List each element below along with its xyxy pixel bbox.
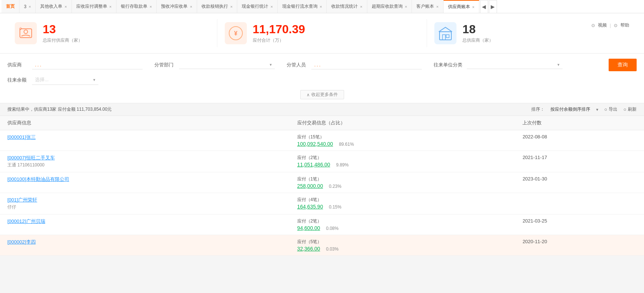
tab-prepay[interactable]: 预收冲应收单 × (157, 0, 197, 13)
export-icon: ○ (604, 107, 607, 112)
tx-amount-4[interactable]: 94,600.00 (297, 225, 320, 231)
tab-bank[interactable]: 银行存取款单 × (116, 0, 157, 13)
summary-card-amount: ¥ 11,170.39 应付合计（万） (217, 19, 427, 47)
svg-text:¥: ¥ (234, 30, 237, 37)
dept-select[interactable]: ▾ (179, 61, 275, 69)
sort-value[interactable]: 按应付余额倒序排序 (550, 106, 590, 113)
table-row: [000012]广州贝瑞应付（2笔）94,600.000.08%2021-03-… (0, 214, 644, 235)
person-filter-label: 分管人员 (287, 62, 307, 68)
tx-amount-5[interactable]: 32,366.00 (297, 246, 320, 252)
balance-select[interactable]: 选择... ▾ (32, 75, 98, 85)
top-right-links: ⊙ 视频 | ⊙ 帮助 (591, 22, 629, 28)
person-dots: ... (314, 62, 322, 68)
tab-bar: 首页 3 × 其他收入单 × 应收应付调整单 × 银行存取款单 × 预收冲应收单… (0, 0, 644, 13)
refresh-button[interactable]: ○ 刷新 (623, 106, 637, 113)
balance-filter-label: 往来余额 (7, 77, 28, 83)
video-icon: ⊙ (591, 23, 595, 28)
category-select[interactable]: ▾ (467, 61, 563, 69)
tab-suppbook-close[interactable]: × (472, 5, 475, 9)
summary-bar: ◇ 13 总应付供应商（家） ¥ 11,170.39 应付合计（万） (0, 13, 644, 54)
collapse-label: 收起更多条件 (311, 92, 338, 98)
amount-icon: ¥ (225, 22, 247, 44)
supplier-link-0[interactable]: [000001]张三 (7, 134, 36, 140)
last-pay-1: 2021-11-17 (515, 151, 644, 172)
col-header-lastpay: 上次付数 (515, 116, 644, 130)
tab-cashflow-close[interactable]: × (320, 4, 322, 9)
tab-cashstat[interactable]: 现金银行统计 × (237, 0, 277, 13)
supplier-input[interactable]: ... (32, 61, 143, 69)
tab-home[interactable]: 首页 (1, 0, 20, 13)
tx-amount-3[interactable]: 164,635.90 (297, 204, 323, 210)
tab-verify-close[interactable]: × (230, 4, 232, 9)
export-button[interactable]: ○ 导出 (604, 106, 617, 113)
last-pay-2: 2023-01-30 (515, 172, 644, 193)
summary-text-supplier-payable: 13 总应付供应商（家） (43, 23, 83, 44)
tab-cashstat-close[interactable]: × (270, 4, 273, 9)
tab-custbook[interactable]: 客户账本 × (412, 0, 443, 13)
tab-adjust[interactable]: 应收应付调整单 × (72, 0, 116, 13)
tab-custbook-label: 客户账本 (416, 3, 434, 10)
tab-custbook-close[interactable]: × (436, 4, 438, 9)
table-row: [000100]本特勤油品有限公司应付（1笔）258,000.000.23%20… (0, 172, 644, 193)
supplier-filter-label: 供应商 (7, 62, 28, 68)
person-input[interactable]: ... (311, 61, 422, 69)
summary-card-supplier-payable: ◇ 13 总应付供应商（家） (7, 19, 217, 47)
supplier-link-1[interactable]: [000007]恒旺二手叉车 (7, 155, 55, 161)
tab-income-label: 其他收入单 (40, 3, 62, 10)
refresh-label: 刷新 (628, 106, 637, 113)
supplier-link-3[interactable]: [001]广州荣轩 (7, 197, 37, 203)
last-pay-3 (515, 193, 644, 214)
dept-dropdown-arrow: ▾ (270, 62, 272, 67)
amount-number: 11,170.39 (253, 23, 305, 36)
last-pay-4: 2021-03-25 (515, 214, 644, 235)
tx-amount-2[interactable]: 258,000.00 (297, 183, 323, 189)
svg-rect-7 (446, 35, 449, 38)
dept-filter-label: 分管部门 (154, 62, 175, 68)
video-link[interactable]: 视频 (598, 22, 607, 28)
tab-overdue[interactable]: 超期应收款查询 × (367, 0, 412, 13)
tx-amount-0[interactable]: 100,092,540.00 (297, 141, 333, 147)
filter-row-2: 往来余额 选择... ▾ (7, 75, 637, 85)
tab-3-close[interactable]: × (29, 4, 31, 9)
tab-recstat-close[interactable]: × (360, 4, 362, 9)
query-button[interactable]: 查询 (609, 59, 637, 71)
tab-bank-close[interactable]: × (150, 4, 152, 9)
tx-percent-3: 0.15% (329, 204, 342, 210)
svg-rect-6 (442, 35, 445, 40)
tx-label-4: 应付（2笔） (297, 218, 508, 224)
svg-text:◇: ◇ (19, 26, 22, 30)
tab-income[interactable]: 其他收入单 × (36, 0, 71, 13)
supplier-link-5[interactable]: [000002]李四 (7, 239, 36, 245)
supplier-link-2[interactable]: [000100]本特勤油品有限公司 (7, 176, 69, 182)
total-supplier-number: 18 (462, 23, 493, 36)
amount-label: 应付合计（万） (253, 37, 305, 44)
data-table: 供应商信息 应付交易信息（占比） 上次付数 [000001]张三应付（15笔）1… (0, 116, 644, 256)
tab-bank-label: 银行存取款单 (121, 3, 147, 10)
supplier-dots: ... (35, 62, 42, 68)
refresh-icon: ○ (623, 107, 626, 112)
tab-prepay-close[interactable]: × (190, 4, 192, 9)
tx-percent-5: 0.03% (326, 247, 339, 252)
tab-overdue-close[interactable]: × (405, 4, 407, 9)
tx-label-1: 应付（2笔） (297, 155, 508, 161)
tab-prepay-label: 预收冲应收单 (161, 3, 188, 10)
help-link[interactable]: 帮助 (620, 22, 629, 28)
collapse-button[interactable]: ∧ 收起更多条件 (300, 90, 344, 99)
tab-adjust-close[interactable]: × (109, 4, 112, 9)
tab-verify-label: 收款核销执行 (202, 3, 228, 10)
tab-cashflow-label: 现金银行流水查询 (282, 3, 318, 10)
table-row: [001]广州荣轩仔仔应付（4笔）164,635.900.15% (0, 193, 644, 214)
tab-cashflow[interactable]: 现金银行流水查询 × (278, 0, 327, 13)
tab-verify[interactable]: 收款核销执行 × (197, 0, 237, 13)
tx-amount-1[interactable]: 11,051,486.00 (297, 162, 330, 168)
tab-nav-next[interactable]: ▶ (489, 0, 497, 13)
tab-income-close[interactable]: × (64, 4, 67, 9)
table-row: [000001]张三应付（15笔）100,092,540.0089.61%202… (0, 130, 644, 151)
tab-recstat[interactable]: 收款情况统计 × (327, 0, 367, 13)
tab-3[interactable]: 3 × (20, 0, 36, 13)
tab-suppbook-label: 供应商账本 (448, 4, 470, 10)
supplier-link-4[interactable]: [000012]广州贝瑞 (7, 218, 45, 224)
tab-nav-prev[interactable]: ◀ (480, 0, 488, 13)
tab-suppbook[interactable]: 供应商账本 × (444, 0, 479, 13)
col-header-supplier: 供应商信息 (0, 116, 290, 130)
